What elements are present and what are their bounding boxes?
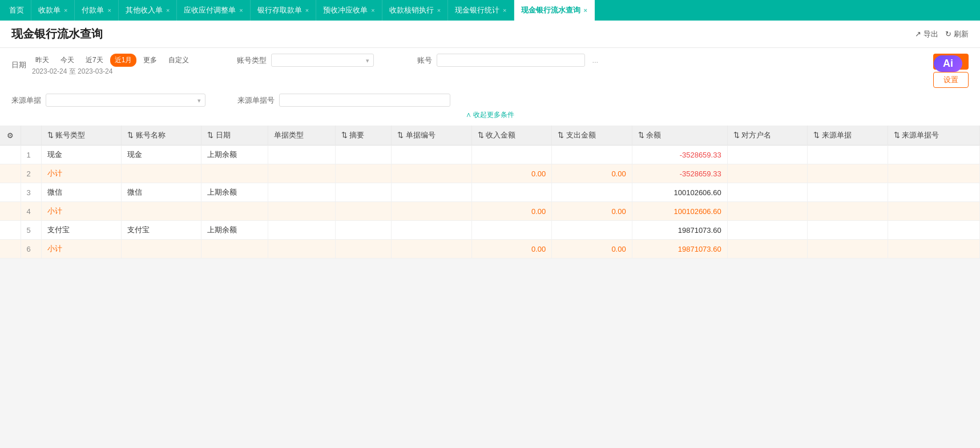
- col-gear[interactable]: ⚙: [0, 126, 21, 146]
- account-type-label: 账号类型: [237, 55, 267, 66]
- account-ellipsis[interactable]: ...: [590, 56, 600, 64]
- row-gear-cell: [0, 164, 21, 183]
- cell-docNo: [392, 240, 471, 259]
- close-prepay-icon[interactable]: ×: [371, 7, 374, 14]
- cell-docNo: [392, 202, 471, 221]
- col-expense[interactable]: ⇅ 支出金额: [552, 126, 632, 146]
- row-index: 5: [21, 221, 41, 240]
- refresh-button[interactable]: ↻ 刷新: [945, 29, 969, 39]
- cell-income: 0.00: [471, 164, 551, 183]
- account-type-filter: 账号类型 现金 微信 支付宝: [237, 54, 374, 67]
- close-adjustment-icon[interactable]: ×: [239, 7, 243, 14]
- date-option-yesterday[interactable]: 昨天: [31, 54, 54, 67]
- cell-accountName: [121, 164, 201, 183]
- col-source-doc[interactable]: ⇅ 来源单据: [808, 126, 888, 146]
- col-account-type[interactable]: ⇅ 账号类型: [41, 126, 121, 146]
- close-payment-icon[interactable]: ×: [107, 7, 111, 14]
- row-index: 2: [21, 164, 41, 183]
- close-bank-stats-icon[interactable]: ×: [503, 7, 506, 14]
- nav-bank-stats[interactable]: 现金银行统计 ×: [448, 0, 514, 21]
- account-input[interactable]: [437, 54, 585, 67]
- cell-docType: [268, 240, 335, 259]
- cell-counterpart: [727, 240, 807, 259]
- cell-accountName: [121, 202, 201, 221]
- row-index: 6: [21, 240, 41, 259]
- cell-balance: 19871073.60: [632, 240, 727, 259]
- cell-docType: [268, 164, 335, 183]
- col-balance[interactable]: ⇅ 余额: [632, 126, 727, 146]
- cell-summary: [335, 183, 392, 202]
- date-option-7days[interactable]: 近7天: [81, 54, 108, 67]
- date-option-more[interactable]: 更多: [139, 54, 162, 67]
- cell-date: [201, 240, 268, 259]
- source-doc-label: 来源单据: [11, 95, 41, 106]
- nav-other-income[interactable]: 其他收入单 ×: [119, 0, 177, 21]
- close-other-income-icon[interactable]: ×: [166, 7, 170, 14]
- cell-balance: 19871073.60: [632, 221, 727, 240]
- cell-sourceDocNo: [888, 183, 979, 202]
- source-doc-num-input[interactable]: [279, 94, 450, 107]
- settings-button[interactable]: 设置: [933, 72, 969, 88]
- nav-collection[interactable]: 收款核销执行 ×: [382, 0, 448, 21]
- cell-docNo: [392, 146, 471, 164]
- cell-summary: [335, 164, 392, 183]
- cell-sourceDoc: [808, 221, 888, 240]
- data-table: ⚙ ⇅ 账号类型 ⇅ 账号名称 ⇅ 日期 单据类型 ⇅: [0, 126, 980, 259]
- col-counterpart[interactable]: ⇅ 对方户名: [727, 126, 807, 146]
- date-label: 日期: [11, 60, 26, 70]
- cell-docType: [268, 146, 335, 164]
- account-label: 账号: [417, 55, 432, 66]
- col-doc-no[interactable]: ⇅ 单据编号: [392, 126, 471, 146]
- cell-income: 0.00: [471, 202, 551, 221]
- close-bank-deposit-icon[interactable]: ×: [305, 7, 309, 14]
- nav-prepay[interactable]: 预收冲应收单 ×: [316, 0, 382, 21]
- date-option-1month[interactable]: 近1月: [110, 54, 137, 67]
- cell-docType: [268, 183, 335, 202]
- cell-sourceDoc: [808, 164, 888, 183]
- source-doc-select[interactable]: [46, 94, 205, 107]
- nav-home[interactable]: 首页: [2, 0, 31, 21]
- cell-sourceDoc: [808, 146, 888, 164]
- cell-date: 上期余额: [201, 221, 268, 240]
- table-row: 2小计0.000.00-3528659.33: [0, 164, 980, 183]
- date-option-today[interactable]: 今天: [56, 54, 79, 67]
- cell-counterpart: [727, 202, 807, 221]
- cell-sourceDoc: [808, 202, 888, 221]
- col-date[interactable]: ⇅ 日期: [201, 126, 268, 146]
- date-option-custom[interactable]: 自定义: [164, 54, 193, 67]
- row-index: 4: [21, 202, 41, 221]
- cell-balance: -3528659.33: [632, 164, 727, 183]
- nav-bank-flow[interactable]: 现金银行流水查询 ×: [514, 0, 595, 21]
- cell-sourceDoc: [808, 240, 888, 259]
- col-doc-type[interactable]: 单据类型: [268, 126, 335, 146]
- cell-income: 0.00: [471, 240, 551, 259]
- col-income[interactable]: ⇅ 收入金额: [471, 126, 551, 146]
- export-button[interactable]: ↗ 导出: [915, 29, 938, 39]
- nav-receipt[interactable]: 收款单 ×: [31, 0, 75, 21]
- col-source-doc-no[interactable]: ⇅ 来源单据号: [888, 126, 979, 146]
- table-container: ⚙ ⇅ 账号类型 ⇅ 账号名称 ⇅ 日期 单据类型 ⇅: [0, 126, 980, 259]
- col-summary[interactable]: ⇅ 摘要: [335, 126, 392, 146]
- close-bank-flow-icon[interactable]: ×: [584, 7, 587, 14]
- cell-expense: [552, 221, 632, 240]
- cell-income: [471, 183, 551, 202]
- nav-adjustment[interactable]: 应收应付调整单 ×: [177, 0, 250, 21]
- cell-accountName: 现金: [121, 146, 201, 164]
- nav-payment[interactable]: 付款单 ×: [75, 0, 118, 21]
- collapse-bar[interactable]: ∧ 收起更多条件: [11, 109, 969, 123]
- col-account-name[interactable]: ⇅ 账号名称: [121, 126, 201, 146]
- account-type-select[interactable]: 现金 微信 支付宝: [271, 54, 374, 67]
- nav-bank-deposit[interactable]: 银行存取款单 ×: [251, 0, 316, 21]
- close-collection-icon[interactable]: ×: [437, 7, 441, 14]
- cell-sourceDocNo: [888, 164, 979, 183]
- page-header: 现金银行流水查询 ↗ 导出 ↻ 刷新: [0, 21, 980, 48]
- cell-sourceDocNo: [888, 202, 979, 221]
- cell-summary: [335, 202, 392, 221]
- close-receipt-icon[interactable]: ×: [64, 7, 67, 14]
- ai-badge[interactable]: Ai: [934, 55, 962, 72]
- cell-counterpart: [727, 146, 807, 164]
- cell-accountType: 小计: [41, 240, 121, 259]
- export-icon: ↗: [915, 30, 921, 38]
- cell-date: [201, 164, 268, 183]
- table-row: 4小计0.000.00100102606.60: [0, 202, 980, 221]
